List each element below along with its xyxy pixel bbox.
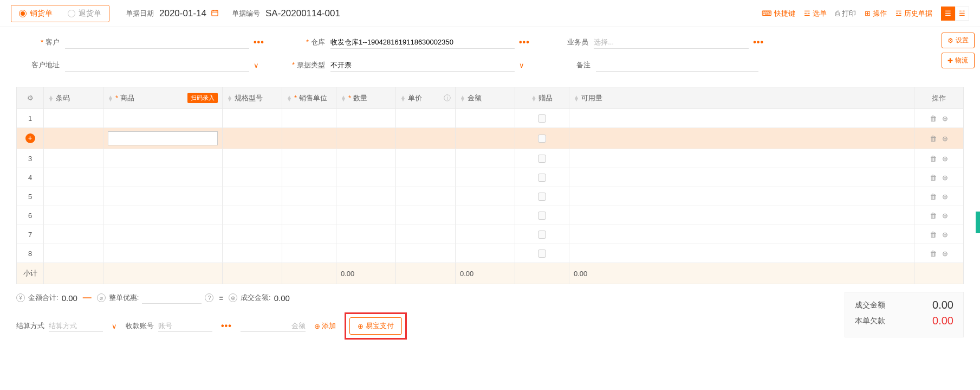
select-order-button[interactable]: ☲ 选单 [804, 9, 827, 18]
add-row-icon[interactable]: ⊕ [942, 250, 948, 258]
col-gift[interactable]: ▲▼赠品 [515, 87, 569, 108]
gift-checkbox[interactable] [538, 212, 546, 220]
salesman-lookup-icon[interactable]: ••• [753, 37, 764, 47]
shortcut-button[interactable]: ⌨ 快捷键 [762, 9, 795, 18]
customer-lookup-icon[interactable]: ••• [254, 37, 264, 47]
scan-badge[interactable]: 扫码录入 [187, 93, 218, 103]
table-row[interactable]: 6🗑⊕ [17, 206, 963, 225]
subtotal-avail: 0.00 [569, 263, 914, 284]
col-qty[interactable]: ▲▼*数量 [336, 87, 396, 108]
gift-checkbox[interactable] [538, 135, 546, 143]
deal-total-label: 成交金额 [855, 301, 885, 310]
address-input[interactable] [65, 59, 249, 72]
col-barcode[interactable]: ▲▼条码 [44, 87, 103, 108]
gift-checkbox[interactable] [538, 193, 546, 201]
gift-checkbox[interactable] [538, 114, 546, 123]
history-icon: ☲ [895, 9, 902, 17]
discount-input[interactable] [142, 292, 202, 304]
delete-row-icon[interactable]: 🗑 [930, 174, 937, 182]
tab-sales-order[interactable]: 销货单 [11, 5, 60, 22]
salesman-input[interactable] [594, 36, 749, 49]
view-list-button[interactable]: ☱ [955, 7, 969, 21]
tab-label: 退货单 [79, 9, 101, 18]
gear-icon: ⚙ [947, 37, 953, 44]
add-row-icon[interactable]: ⊕ [942, 174, 948, 182]
amount-total-label: 金额合计: [28, 293, 59, 303]
sort-icon: ▲▼ [341, 95, 346, 101]
gift-checkbox[interactable] [538, 174, 546, 182]
gear-icon[interactable]: ⚙ [27, 94, 34, 102]
warehouse-input[interactable] [330, 36, 515, 49]
add-row-icon[interactable]: ⊕ [942, 135, 948, 143]
delete-row-icon[interactable]: 🗑 [930, 212, 937, 220]
table-row[interactable]: +🗑⊕ [17, 128, 963, 149]
delete-row-icon[interactable]: 🗑 [930, 155, 937, 163]
history-button[interactable]: ☲ 历史单据 [895, 9, 932, 18]
chevron-down-icon[interactable]: ∨ [112, 322, 117, 330]
chevron-down-icon[interactable]: ∨ [254, 61, 259, 69]
delete-row-icon[interactable]: 🗑 [930, 193, 937, 201]
gift-checkbox[interactable] [538, 231, 546, 239]
logistics-button[interactable]: ✚ 物流 [942, 53, 975, 68]
col-spec[interactable]: ▲▼规格型号 [223, 87, 282, 108]
col-price[interactable]: ▲▼单价ⓘ [396, 87, 456, 108]
yibao-pay-button[interactable]: ⊕ 易宝支付 [349, 317, 402, 335]
product-cell-input[interactable] [108, 131, 218, 145]
sort-icon: ▲▼ [400, 95, 406, 101]
table-row[interactable]: 8🗑⊕ [17, 244, 963, 263]
pay-amount-input[interactable] [241, 320, 306, 332]
discount-label: 整单优惠: [109, 293, 139, 303]
add-row-icon[interactable]: ⊕ [942, 231, 948, 239]
account-input[interactable] [158, 320, 212, 332]
account-lookup-icon[interactable]: ••• [221, 321, 232, 331]
col-amount[interactable]: ▲▼金额 [456, 87, 515, 108]
col-unit[interactable]: ▲▼*销售单位 [282, 87, 336, 108]
warehouse-lookup-icon[interactable]: ••• [519, 37, 530, 47]
remark-label: 备注 [576, 61, 590, 69]
customer-label: 客户 [46, 38, 60, 46]
sort-icon: ▲▼ [574, 95, 579, 101]
invoice-type-label: 票据类型 [297, 61, 325, 69]
chevron-down-icon[interactable]: ∨ [519, 61, 524, 69]
view-compact-button[interactable]: ☰ [941, 7, 955, 21]
add-row-icon[interactable]: ⊕ [942, 193, 948, 201]
col-avail[interactable]: ▲▼可用量 [569, 87, 914, 108]
add-row-icon[interactable]: + [25, 133, 35, 143]
help-icon[interactable]: ? [205, 293, 213, 302]
add-row-icon[interactable]: ⊕ [942, 155, 948, 163]
gift-checkbox[interactable] [538, 250, 546, 258]
deal-amount-label: 成交金额: [241, 293, 271, 303]
side-handle[interactable] [976, 212, 980, 233]
tab-label: 销货单 [30, 9, 53, 18]
table-row[interactable]: 5🗑⊕ [17, 187, 963, 206]
add-row-icon[interactable]: ⊕ [942, 212, 948, 220]
items-grid: ⚙ ▲▼条码 ▲▼*商品扫码录入 ▲▼规格型号 ▲▼*销售单位 ▲▼*数量 ▲▼… [16, 87, 964, 284]
add-row-icon[interactable]: ⊕ [942, 114, 948, 123]
sort-icon: ▲▼ [48, 95, 54, 101]
help-icon[interactable]: ⓘ [444, 93, 451, 103]
delete-row-icon[interactable]: 🗑 [930, 135, 937, 143]
settings-button[interactable]: ⚙ 设置 [942, 33, 975, 48]
table-row[interactable]: 1🗑⊕ [17, 109, 963, 128]
delete-row-icon[interactable]: 🗑 [930, 231, 937, 239]
date-value[interactable]: 2020-01-14 [159, 8, 206, 19]
add-payment-button[interactable]: ⊕ 添加 [314, 321, 336, 331]
col-product[interactable]: ▲▼*商品扫码录入 [103, 87, 223, 108]
customer-input[interactable] [65, 36, 249, 49]
invoice-type-input[interactable] [330, 59, 515, 72]
operate-button[interactable]: ⊞ 操作 [865, 9, 887, 18]
table-row[interactable]: 7🗑⊕ [17, 225, 963, 244]
calendar-icon[interactable] [211, 9, 219, 18]
table-row[interactable]: 4🗑⊕ [17, 168, 963, 187]
print-button[interactable]: ⎙ 打印 [835, 9, 856, 18]
highlight-box: ⊕ 易宝支付 [345, 312, 407, 340]
radio-icon [19, 10, 27, 17]
gift-checkbox[interactable] [538, 155, 546, 163]
remark-input[interactable] [596, 59, 758, 72]
table-row[interactable]: 3🗑⊕ [17, 149, 963, 168]
delete-row-icon[interactable]: 🗑 [930, 250, 937, 258]
delete-row-icon[interactable]: 🗑 [930, 114, 937, 123]
pay-method-input[interactable] [49, 320, 103, 332]
list-icon: ☲ [804, 9, 810, 17]
tab-return-order[interactable]: 退货单 [60, 5, 109, 22]
